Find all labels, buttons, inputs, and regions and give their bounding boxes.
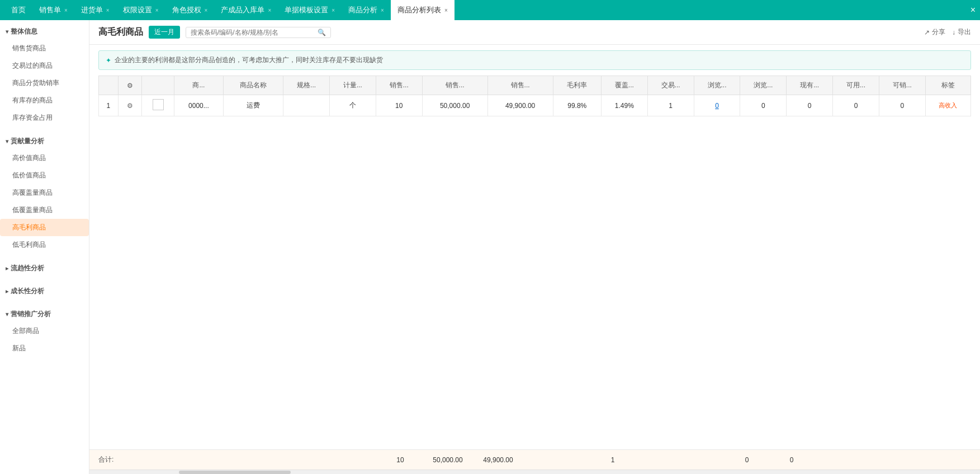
sidebar-item-低价值商品[interactable]: 低价值商品	[0, 167, 89, 184]
chevron-right-icon: ▸	[6, 265, 8, 271]
top-nav: 首页销售单×进货单×权限设置×角色授权×产成品入库单×单据模板设置×商品分析×商…	[0, 0, 980, 20]
sidebar-item-库存资金占用[interactable]: 库存资金占用	[0, 109, 89, 126]
cell-sales_qty: 10	[376, 95, 422, 116]
settings-icon[interactable]: ⚙	[127, 102, 133, 110]
close-all-tabs[interactable]: ×	[970, 5, 976, 15]
cell-sales_amount: 50,000.00	[422, 95, 487, 116]
nav-tab-close-进货单[interactable]: ×	[106, 7, 110, 13]
sidebar-item-交易过的商品[interactable]: 交易过的商品	[0, 57, 89, 74]
col-sort-browse2[interactable]: 浏览...	[754, 81, 773, 90]
col-sort-tag[interactable]: 标签	[941, 81, 955, 90]
search-icon[interactable]: 🔍	[318, 29, 326, 36]
sidebar-group-label: 成长性分析	[11, 287, 44, 296]
col-header-tag: 标签	[925, 76, 970, 95]
sidebar-group-header-贡献量分析[interactable]: ▾贡献量分析	[0, 133, 89, 149]
footer-bar: 合计: 10 50,000.00 49,900.00 1 0 0	[89, 449, 980, 470]
sidebar-group-label: 贡献量分析	[11, 137, 44, 146]
search-box: 🔍	[186, 27, 331, 38]
table-container: ⚙商...商品名称规格...计量...销售...销售...销售...毛利率覆盖.…	[98, 76, 971, 449]
nav-tab-商品分析列表[interactable]: 商品分析列表×	[391, 0, 455, 20]
period-button[interactable]: 近一月	[149, 26, 180, 39]
sidebar-item-商品分货助销率[interactable]: 商品分货助销率	[0, 74, 89, 92]
search-input[interactable]	[191, 29, 318, 36]
sidebar-item-低毛利商品[interactable]: 低毛利商品	[0, 236, 89, 254]
scrollbar-thumb	[179, 471, 291, 474]
sidebar-item-全部商品[interactable]: 全部商品	[0, 322, 89, 340]
col-sort-name[interactable]: 商品名称	[240, 81, 267, 90]
col-sort-spec[interactable]: 规格...	[297, 81, 316, 90]
cell-tag[interactable]: 高收入	[925, 95, 970, 116]
sidebar-item-高毛利商品[interactable]: 高毛利商品	[0, 219, 89, 236]
col-sort-saleable_stock[interactable]: 可销...	[893, 81, 912, 90]
nav-tab-单据模板设置[interactable]: 单据模板设置×	[278, 0, 342, 20]
col-sort-available_stock[interactable]: 可用...	[846, 81, 865, 90]
sidebar-item-高价值商品[interactable]: 高价值商品	[0, 149, 89, 167]
cell-unit: 个	[329, 95, 376, 116]
col-header-sales_qty: 销售...	[376, 76, 422, 95]
browse-link[interactable]: 0	[715, 102, 719, 110]
col-sort-current_stock[interactable]: 现有...	[800, 81, 819, 90]
nav-tab-close-商品分析[interactable]: ×	[381, 7, 384, 13]
nav-tab-商品分析[interactable]: 商品分析×	[342, 0, 391, 20]
col-sort-unit[interactable]: 计量...	[343, 81, 362, 90]
sidebar-group-header-整体信息[interactable]: ▾整体信息	[0, 24, 89, 40]
cell-current_stock: 0	[787, 95, 833, 116]
sidebar-group-header-流趋性分析[interactable]: ▸流趋性分析	[0, 260, 89, 276]
sidebar-item-低覆盖量商品[interactable]: 低覆盖量商品	[0, 201, 89, 219]
sidebar-item-高覆盖量商品[interactable]: 高覆盖量商品	[0, 184, 89, 201]
col-sort-sales_profit[interactable]: 销售...	[511, 81, 530, 90]
data-table: ⚙商...商品名称规格...计量...销售...销售...销售...毛利率覆盖.…	[98, 76, 971, 116]
nav-tab-进货单[interactable]: 进货单×	[74, 0, 116, 20]
cell-settings[interactable]: ⚙	[118, 95, 141, 116]
nav-tab-产成品入库单[interactable]: 产成品入库单×	[214, 0, 278, 20]
total-label: 合计:	[98, 455, 143, 464]
nav-tab-close-销售单[interactable]: ×	[64, 7, 68, 13]
nav-tab-close-单据模板设置[interactable]: ×	[332, 7, 335, 13]
col-sort-coverage[interactable]: 覆盖...	[615, 81, 634, 90]
cell-checkbox[interactable]	[141, 95, 174, 116]
share-button[interactable]: ↗ 分享	[924, 27, 945, 37]
sidebar-item-销售货商品[interactable]: 销售货商品	[0, 40, 89, 57]
footer-available-stock: 0	[769, 456, 814, 464]
col-header-unit: 计量...	[329, 76, 376, 95]
table-row: 1⚙0000...运费个1050,000.0049,900.0099.8%1.4…	[99, 95, 971, 116]
col-sort-gross_rate[interactable]: 毛利率	[567, 81, 587, 90]
footer-sales-profit: 49,900.00	[473, 456, 523, 464]
cell-gross_rate: 99.8%	[553, 95, 601, 116]
col-header-spec: 规格...	[283, 76, 330, 95]
sidebar-group-营销推广分析: ▾营销推广分析全部商品新品	[0, 303, 89, 360]
cell-available_stock: 0	[833, 95, 879, 116]
sidebar-group-header-营销推广分析[interactable]: ▾营销推广分析	[0, 306, 89, 322]
info-text: 企业的主要的利润都是这部分商品创造的，可考虑加大推广，同时关注库存是不要出现缺货	[115, 55, 383, 65]
nav-tab-首页[interactable]: 首页	[4, 0, 32, 20]
export-button[interactable]: ↓ 导出	[952, 27, 971, 37]
col-header-trade: 交易...	[647, 76, 694, 95]
nav-tab-销售单[interactable]: 销售单×	[32, 0, 74, 20]
col-sort-trade[interactable]: 交易...	[661, 81, 680, 90]
nav-tab-close-角色授权[interactable]: ×	[205, 7, 208, 13]
cell-name: 运费	[223, 95, 283, 116]
nav-tab-close-权限设置[interactable]: ×	[155, 7, 159, 13]
col-sort-browse1[interactable]: 浏览...	[708, 81, 727, 90]
chevron-down-icon: ▾	[6, 311, 8, 317]
col-sort-sales_amount[interactable]: 销售...	[446, 81, 465, 90]
row-checkbox[interactable]	[153, 99, 164, 110]
nav-tab-close-产成品入库单[interactable]: ×	[268, 7, 271, 13]
bottom-scrollbar[interactable]	[89, 470, 980, 474]
nav-tab-角色授权[interactable]: 角色授权×	[165, 0, 215, 20]
sidebar-item-新品[interactable]: 新品	[0, 340, 89, 357]
col-sort-settings[interactable]: ⚙	[127, 82, 133, 90]
col-sort-code[interactable]: 商...	[192, 81, 205, 90]
cell-browse1[interactable]: 0	[694, 95, 740, 116]
sidebar-group-header-成长性分析[interactable]: ▸成长性分析	[0, 283, 89, 299]
col-header-available_stock: 可用...	[833, 76, 879, 95]
sidebar-item-有库存的商品[interactable]: 有库存的商品	[0, 92, 89, 109]
nav-tab-权限设置[interactable]: 权限设置×	[116, 0, 165, 20]
sidebar-group-整体信息: ▾整体信息销售货商品交易过的商品商品分货助销率有库存的商品库存资金占用	[0, 20, 89, 130]
col-header-checkbox	[141, 76, 174, 95]
sidebar-group-贡献量分析: ▾贡献量分析高价值商品低价值商品高覆盖量商品低覆盖量商品高毛利商品低毛利商品	[0, 130, 89, 257]
col-sort-sales_qty[interactable]: 销售...	[390, 81, 409, 90]
col-header-settings[interactable]: ⚙	[118, 76, 141, 95]
nav-tab-close-商品分析列表[interactable]: ×	[444, 7, 448, 13]
sidebar-collapse-btn[interactable]: «	[89, 236, 89, 259]
